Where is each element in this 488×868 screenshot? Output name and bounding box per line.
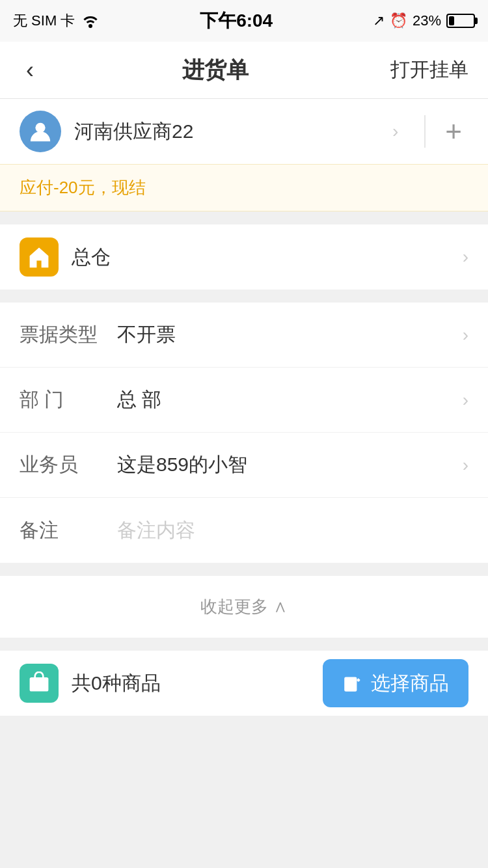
department-chevron: › bbox=[463, 390, 468, 411]
home-icon bbox=[27, 245, 51, 269]
invoice-type-chevron: › bbox=[463, 325, 468, 346]
warehouse-row[interactable]: 总仓 › bbox=[0, 224, 488, 290]
collapse-section[interactable]: 收起更多 ∧ bbox=[0, 576, 488, 638]
invoice-type-row[interactable]: 票据类型 不开票 › bbox=[0, 303, 488, 368]
supplier-avatar bbox=[20, 111, 61, 152]
salesperson-chevron: › bbox=[463, 455, 468, 476]
wifi-icon bbox=[81, 14, 100, 28]
warehouse-section: 总仓 › bbox=[0, 224, 488, 290]
open-pending-button[interactable]: 打开挂单 bbox=[390, 57, 468, 83]
battery-icon bbox=[446, 14, 475, 28]
warehouse-icon bbox=[20, 237, 59, 277]
battery-percent: 23% bbox=[413, 12, 441, 29]
supplier-name: 河南供应商22 bbox=[74, 118, 392, 145]
department-row[interactable]: 部 门 总 部 › bbox=[0, 368, 488, 433]
collapse-label: 收起更多 ∧ bbox=[200, 595, 287, 618]
select-product-button[interactable]: 选择商品 bbox=[323, 659, 468, 707]
invoice-type-label: 票据类型 bbox=[20, 321, 111, 348]
supplier-row[interactable]: 河南供应商22 › + bbox=[0, 99, 488, 164]
product-icon bbox=[20, 664, 59, 703]
salesperson-row[interactable]: 业务员 这是859的小智 › bbox=[0, 433, 488, 498]
svg-point-0 bbox=[35, 123, 45, 133]
remark-value: 备注内容 bbox=[111, 517, 468, 544]
cart-icon bbox=[27, 671, 51, 695]
department-label: 部 门 bbox=[20, 387, 111, 413]
status-bar: 无 SIM 卡 下午6:04 ↗ ⏰ 23% bbox=[0, 0, 488, 42]
svg-rect-1 bbox=[30, 677, 49, 692]
page-title: 进货单 bbox=[182, 55, 249, 85]
status-carrier: 无 SIM 卡 bbox=[13, 11, 100, 31]
select-product-icon bbox=[342, 673, 363, 694]
nav-bar: ‹ 进货单 打开挂单 bbox=[0, 42, 488, 99]
empty-area bbox=[0, 716, 488, 868]
alarm-icon: ⏰ bbox=[390, 12, 407, 29]
warehouse-chevron-icon: › bbox=[463, 247, 468, 267]
back-button[interactable]: ‹ bbox=[20, 50, 40, 90]
bottom-bar: 共0种商品 选择商品 bbox=[0, 651, 488, 716]
salesperson-label: 业务员 bbox=[20, 452, 111, 478]
status-right: ↗ ⏰ 23% bbox=[373, 12, 475, 29]
form-section: 票据类型 不开票 › 部 门 总 部 › 业务员 这是859的小智 › 备注 备… bbox=[0, 303, 488, 563]
product-count: 共0种商品 bbox=[72, 670, 323, 697]
invoice-type-value: 不开票 bbox=[111, 321, 463, 348]
supplier-divider bbox=[424, 115, 426, 148]
salesperson-value: 这是859的小智 bbox=[111, 452, 463, 478]
remark-label: 备注 bbox=[20, 517, 111, 544]
status-time: 下午6:04 bbox=[200, 8, 273, 33]
department-value: 总 部 bbox=[111, 387, 463, 413]
add-supplier-button[interactable]: + bbox=[439, 109, 468, 154]
person-icon bbox=[28, 119, 53, 144]
content-area: 河南供应商22 › + 应付-20元，现结 总仓 › 票据类型 不开票 › 部 … bbox=[0, 99, 488, 868]
notice-banner: 应付-20元，现结 bbox=[0, 164, 488, 211]
svg-rect-2 bbox=[36, 682, 42, 684]
supplier-chevron-icon: › bbox=[392, 121, 398, 142]
warehouse-name: 总仓 bbox=[72, 244, 463, 271]
remark-row[interactable]: 备注 备注内容 bbox=[0, 498, 488, 563]
supplier-section: 河南供应商22 › + 应付-20元，现结 bbox=[0, 99, 488, 211]
location-icon: ↗ bbox=[373, 12, 385, 29]
